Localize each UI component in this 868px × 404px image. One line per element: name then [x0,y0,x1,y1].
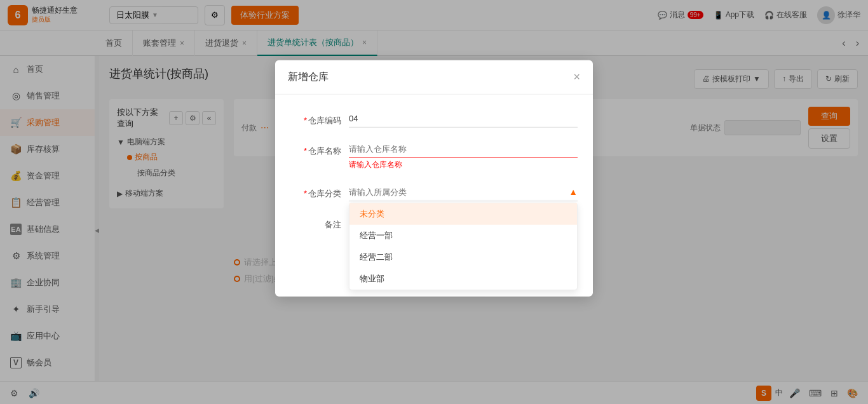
dropdown-item-ops2[interactable]: 经营二部 [349,246,577,268]
category-wrap: ▲ 未分类 经营一部 经营二部 物业部 [349,183,578,201]
category-dropdown: 未分类 经营一部 经营二部 物业部 [349,203,578,290]
dropdown-item-property[interactable]: 物业部 [349,268,577,290]
name-input[interactable] [349,140,578,158]
category-field-row: 仓库分类 ▲ 未分类 经营一部 经营二部 物业部 [290,183,578,201]
modal-title: 新增仓库 [288,71,329,84]
name-field-row: 仓库名称 请输入仓库名称 [290,140,578,170]
remark-label: 备注 [290,214,341,231]
dropdown-item-unclassified[interactable]: 未分类 [349,203,577,225]
code-label: 仓库编码 [290,110,341,126]
modal-header: 新增仓库 × [275,60,593,95]
modal-close-button[interactable]: × [573,71,580,84]
category-label: 仓库分类 [290,183,341,199]
name-wrap: 请输入仓库名称 [349,140,578,170]
category-input-container: ▲ [349,183,578,201]
category-input[interactable] [349,187,569,196]
add-warehouse-modal: 新增仓库 × 仓库编码 仓库名称 请输入仓库名称 仓库分类 ▲ [275,60,593,297]
modal-body: 仓库编码 仓库名称 请输入仓库名称 仓库分类 ▲ 未分类 [275,95,593,255]
code-input[interactable] [349,110,578,128]
category-chevron-up-icon[interactable]: ▲ [569,187,578,197]
code-field-row: 仓库编码 [290,110,578,128]
name-label: 仓库名称 [290,140,341,157]
dropdown-item-ops1[interactable]: 经营一部 [349,225,577,246]
name-error-msg: 请输入仓库名称 [349,159,578,170]
code-wrap [349,110,578,128]
